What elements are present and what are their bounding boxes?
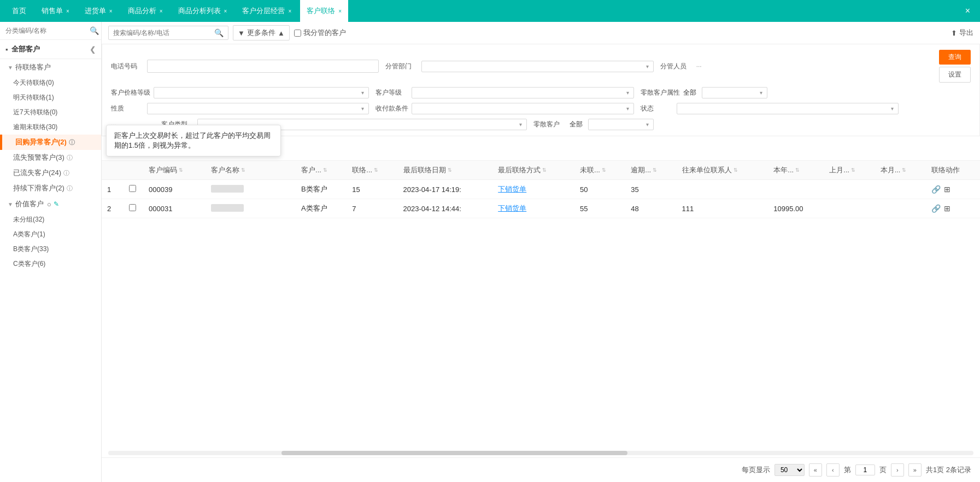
sort-type[interactable]: ⇅ [323, 167, 327, 173]
filter-select-payment[interactable]: ▾ [412, 103, 633, 114]
sort-last-method[interactable]: ⇅ [542, 167, 547, 173]
sort-name[interactable]: ⇅ [241, 167, 245, 173]
table-wrapper[interactable]: 客户编码 ⇅ 客户名称 ⇅ [102, 161, 980, 449]
action-icon-grid-0[interactable]: ⊞ [944, 185, 950, 194]
sort-last-month[interactable]: ⇅ [851, 167, 855, 173]
filter-icon: ▼ [238, 29, 245, 37]
nav-sales[interactable]: 销售单 × [35, 0, 76, 22]
chevron-down-icon-type: ▾ [519, 121, 522, 127]
sidebar-item-abnormal-repurchase[interactable]: 回购异常客户(2) ⓘ [0, 135, 101, 150]
scrollbar-thumb[interactable] [281, 451, 627, 455]
action-icon-link-0[interactable]: 🔗 [931, 185, 941, 194]
th-this-year: 本年... ⇅ [768, 161, 824, 180]
nav-product-analysis-list[interactable]: 商品分析列表 × [172, 0, 234, 22]
sort-this-month[interactable]: ⇅ [902, 167, 906, 173]
sidebar-item-declining[interactable]: 持续下滑客户(2) ⓘ [0, 181, 101, 196]
sort-unit-contact[interactable]: ⇅ [733, 167, 738, 173]
sidebar-group-pending[interactable]: ▼ 待联络客户 [0, 59, 101, 76]
nav-close-all[interactable]: × [961, 6, 975, 16]
sort-overdue[interactable]: ⇅ [653, 167, 657, 173]
last-page-button[interactable]: » [908, 463, 922, 477]
filter-row-3: 性质 ▾ 收付款条件 ▾ 状态 [111, 103, 971, 114]
export-button[interactable]: ⬆ 导出 [951, 28, 973, 38]
cell-last-method-1[interactable]: 下销货单 [492, 199, 574, 218]
sidebar-item-churned[interactable]: 已流失客户(24) ⓘ [0, 165, 101, 181]
sort-uncontacted[interactable]: ⇅ [602, 167, 606, 173]
prev-page-button[interactable]: ‹ [826, 463, 840, 477]
action-icon-link-1[interactable]: 🔗 [931, 204, 941, 213]
row-checkbox-1[interactable] [129, 204, 136, 211]
edit-icon-value[interactable]: ✎ [54, 200, 59, 208]
filter-label-manager: 分管人员 [660, 62, 693, 71]
sidebar-search-icon[interactable]: 🔍 [90, 26, 99, 35]
more-filter-button[interactable]: ▼ 更多条件 ▲ [233, 25, 290, 40]
sort-last-date[interactable]: ⇅ [448, 167, 452, 173]
nav-home[interactable]: 首页 [5, 0, 33, 22]
sidebar-item-7days[interactable]: 近7天待联络(0) [0, 105, 101, 120]
page-size-select[interactable]: 50 10 20 100 [774, 464, 805, 476]
search-icon[interactable]: 🔍 [214, 28, 224, 37]
info-icon-churn: ⓘ [67, 154, 73, 162]
sidebar-item-class-b[interactable]: B类客户(33) [0, 242, 101, 257]
nav-close-product-analysis-list[interactable]: × [224, 8, 227, 14]
sidebar-search-input[interactable] [5, 27, 87, 34]
search-box: 🔍 [108, 26, 228, 40]
filter-label-price-level: 客户价格等级 [111, 88, 150, 97]
filter-select-status[interactable]: ▾ [677, 103, 899, 114]
nav-close-product-analysis[interactable]: × [160, 8, 163, 14]
first-page-button[interactable]: « [809, 463, 822, 477]
sort-contact[interactable]: ⇅ [374, 167, 378, 173]
sidebar-item-unclassified[interactable]: 未分组(32) [0, 212, 101, 227]
nav-product-analysis[interactable]: 商品分析 × [121, 0, 169, 22]
action-icon-grid-1[interactable]: ⊞ [944, 204, 950, 213]
filter-input-phone[interactable] [147, 60, 379, 73]
th-last-method: 最后联络方式 ⇅ [492, 161, 574, 180]
filter-payment: 收付款条件 ▾ [375, 103, 633, 114]
filter-select-dept[interactable]: ▾ [421, 61, 653, 72]
next-page-button[interactable]: › [891, 463, 904, 477]
th-checkbox [124, 161, 143, 180]
query-button[interactable]: 查询 [939, 50, 971, 65]
active-marker [0, 135, 2, 150]
nav-customer-contact[interactable]: 客户联络 × [300, 0, 348, 22]
table-row: 1 000039 B类客户 15 2023-04-17 14:19: 下销货单 … [102, 180, 980, 199]
sort-code[interactable]: ⇅ [179, 167, 183, 173]
sidebar-item-today[interactable]: 今天待联络(0) [0, 76, 101, 90]
nav-close-customer-contact[interactable]: × [338, 8, 342, 14]
search-input[interactable] [113, 29, 212, 37]
row-checkbox-0[interactable] [129, 185, 136, 192]
setting-button[interactable]: 设置 [939, 67, 971, 83]
nav-close-purchase[interactable]: × [109, 8, 113, 14]
my-customer-checkbox-container[interactable]: 我分管的客户 [294, 28, 346, 38]
nav-customer-segment[interactable]: 客户分层经营 × [236, 0, 298, 22]
th-code: 客户编码 ⇅ [143, 161, 206, 180]
sidebar-item-churn-warning[interactable]: 流失预警客户(3) ⓘ [0, 150, 101, 165]
filter-dots-manager[interactable]: ··· [696, 62, 702, 70]
my-customer-checkbox[interactable] [294, 30, 301, 37]
cell-checkbox-0[interactable] [124, 180, 143, 199]
cell-contact-0: 15 [347, 180, 397, 199]
sidebar-item-tomorrow[interactable]: 明天待联络(1) [0, 90, 101, 105]
filter-select-retail-customer[interactable]: ▾ [588, 119, 654, 130]
filter-select-retail-attr[interactable]: ▾ [702, 87, 767, 98]
sidebar-all-customers[interactable]: ▪ 全部客户 ❮ [0, 40, 101, 59]
sort-this-year[interactable]: ⇅ [795, 167, 800, 173]
sidebar-collapse-icon[interactable]: ❮ [90, 45, 96, 54]
sidebar-item-class-c[interactable]: C类客户(6) [0, 257, 101, 271]
nav-close-customer-segment[interactable]: × [288, 8, 291, 14]
nav-close-sales[interactable]: × [66, 8, 69, 14]
sidebar-item-overdue[interactable]: 逾期未联络(30) [0, 120, 101, 135]
filter-select-customer-level[interactable]: ▾ [412, 87, 633, 98]
cell-checkbox-1[interactable] [124, 199, 143, 218]
cell-last-method-0[interactable]: 下销货单 [492, 180, 574, 199]
filter-select-price-level[interactable]: ▾ [154, 87, 369, 98]
cell-actions-1: 🔗 ⊞ [926, 199, 980, 218]
filter-bar: 🔍 ▼ 更多条件 ▲ 我分管的客户 ⬆ 导出 [102, 22, 980, 44]
th-name: 客户名称 ⇅ [206, 161, 296, 180]
nav-purchase[interactable]: 进货单 × [78, 0, 119, 22]
page-number-input[interactable] [855, 464, 875, 475]
sidebar-item-class-a[interactable]: A类客户(1) [0, 227, 101, 242]
filter-select-nature[interactable]: ▾ [147, 103, 369, 114]
horizontal-scrollbar[interactable] [108, 451, 973, 455]
filter-status: 状态 ▾ [641, 103, 899, 114]
